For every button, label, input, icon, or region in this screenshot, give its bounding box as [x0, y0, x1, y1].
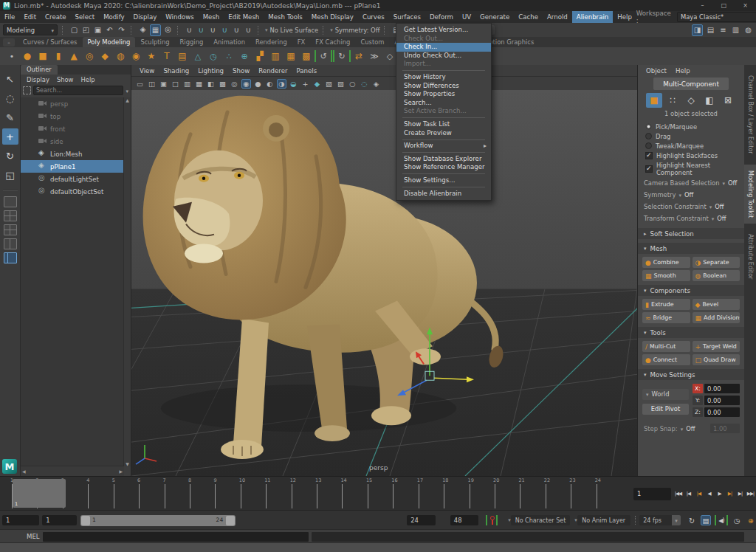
boolean-union-icon[interactable]: ⊕ — [237, 49, 252, 63]
outliner-vertical-scrollbar[interactable]: ▲ ▼ — [123, 97, 131, 466]
alienbrain-menu-item[interactable]: Check In... — [396, 43, 491, 52]
select-tool[interactable]: ↖ — [2, 71, 18, 87]
target-weld-button[interactable]: +Target Weld — [693, 341, 740, 352]
motion-blur-icon[interactable]: + — [300, 79, 310, 89]
sidebar-panel-icon[interactable]: ◨ — [692, 24, 703, 36]
step-back-key-button[interactable]: |◀ — [695, 489, 703, 499]
add-divisions-button[interactable]: ▦Add Divisions — [693, 312, 740, 323]
range-slider[interactable]: 1 24 — [80, 515, 236, 526]
chevron-down-icon[interactable]: ▾ — [265, 27, 268, 33]
rotate-tool[interactable]: ↻ — [2, 148, 18, 164]
isolate-select-icon[interactable]: ▨ — [336, 79, 346, 89]
tool-settings-toggle-icon[interactable]: ≡ — [718, 25, 728, 35]
super-shape-icon[interactable]: ★ — [144, 49, 159, 63]
svg-tool-icon[interactable]: ▤ — [175, 49, 190, 63]
multi-component-button[interactable]: Multi-Component — [653, 77, 729, 90]
smooth-grid-icon[interactable]: ▦ — [284, 49, 298, 63]
play-forwards-button[interactable]: ▶ — [715, 489, 724, 499]
snap-view-plane-icon[interactable]: ∪ — [232, 25, 241, 35]
side-tab[interactable]: Attribute Editor — [744, 228, 756, 286]
axis-value-field[interactable] — [704, 384, 740, 393]
bookmark-icon[interactable]: ◫ — [147, 79, 157, 89]
radio-option[interactable]: Tweak/Marquee — [638, 141, 744, 151]
outliner-item[interactable]: defaultObjectSet — [21, 185, 124, 198]
field-chart-icon[interactable]: ◧ — [206, 79, 216, 89]
loop-icon[interactable]: ↻ — [687, 515, 697, 525]
alienbrain-menu-item[interactable]: Set Active Branch... — [396, 107, 491, 116]
outliner-item[interactable]: side — [21, 135, 124, 148]
modeling-toolkit-toggle-icon[interactable]: ◍ — [743, 25, 753, 35]
new-scene-icon[interactable]: ▢ — [69, 25, 79, 35]
viewport-3d-view[interactable]: persp — [131, 90, 637, 476]
film-gate-icon[interactable]: □ — [171, 79, 180, 89]
four-pane-layout-button-2[interactable] — [4, 224, 17, 235]
alienbrain-menu-item[interactable]: Check Out... — [396, 35, 491, 44]
poly-plane-icon[interactable]: ◆ — [97, 49, 112, 63]
alienbrain-menu-item[interactable]: Show Reference Manager — [396, 163, 491, 172]
use-all-lights-icon[interactable]: ◐ — [265, 79, 275, 89]
menu-bar-item[interactable]: Deform — [425, 11, 458, 23]
flatten-icon[interactable]: ≫ — [367, 49, 382, 63]
command-line-mode-label[interactable]: MEL — [27, 533, 40, 540]
playback-end-field[interactable]: 24 — [407, 515, 436, 525]
timeline-tick[interactable]: 20 — [495, 477, 520, 508]
outliner-item[interactable]: front — [21, 123, 124, 135]
quad-draw-button[interactable]: □Quad Draw — [693, 354, 740, 365]
scroll-right-icon[interactable]: ▶ — [119, 469, 123, 474]
playback-start-field[interactable]: 1 — [42, 515, 77, 525]
timeline-tick[interactable]: 12 — [292, 477, 317, 508]
auto-key-icon[interactable]: ⊕ — [746, 515, 756, 525]
edit-pivot-button[interactable]: Edit Pivot — [642, 404, 689, 415]
outliner-persp-layout-button[interactable] — [4, 252, 17, 263]
redo-construction-icon[interactable]: ↻ — [333, 50, 351, 62]
fps-selector[interactable]: 24 fps — [639, 515, 681, 525]
alienbrain-menu-item[interactable]: Show Database Explorer — [396, 155, 491, 164]
components-section-header[interactable]: Components — [638, 285, 744, 296]
shaded-icon[interactable]: ◉ — [241, 79, 251, 89]
poly-cone-icon[interactable]: ▲ — [66, 49, 81, 63]
alienbrain-menu-item[interactable]: Show Task List — [396, 120, 491, 129]
outliner-search-input[interactable] — [33, 86, 123, 95]
poly-cube-icon[interactable]: ■ — [35, 49, 50, 63]
menu-bar-item[interactable]: Modify — [99, 11, 128, 23]
object-mode-icon[interactable]: ■ — [646, 93, 662, 108]
alienbrain-menu-item[interactable]: Disable Alienbrain — [396, 190, 491, 199]
timeline-tick[interactable]: 3 — [63, 477, 88, 508]
set-key-icon[interactable] — [486, 515, 498, 525]
move-tool[interactable]: + — [2, 128, 18, 145]
chevron-down-icon[interactable] — [681, 425, 684, 432]
toolkit-menu-item[interactable]: Object — [642, 67, 670, 75]
go-to-end-button[interactable]: ▶▶| — [746, 489, 755, 499]
clock-icon[interactable]: ◷ — [732, 515, 742, 525]
viewport-menu-item[interactable]: Show — [229, 67, 253, 75]
menu-bar-item[interactable]: Arnold — [543, 11, 572, 23]
time-slider[interactable]: 123456789101112131415161718192021222324 … — [0, 476, 756, 511]
menu-bar-item[interactable]: Windows — [161, 11, 198, 23]
outliner-menu-item[interactable]: Show — [54, 76, 77, 83]
timeline-tick[interactable]: 17 — [419, 477, 444, 508]
resolution-gate-icon[interactable]: ▥ — [182, 79, 192, 89]
duplicate-pair-icon[interactable]: ▥ — [268, 49, 283, 63]
mirror-geometry-icon[interactable]: ⇄ — [351, 49, 366, 63]
animation-start-field[interactable]: 1 — [2, 515, 39, 525]
soft-selection-header[interactable]: Soft Selection — [638, 228, 744, 239]
current-frame-marker[interactable]: 1 — [13, 479, 66, 508]
combine-button[interactable]: ●Combine — [642, 257, 690, 268]
multi-cut-button[interactable]: /Multi-Cut — [642, 341, 690, 352]
menu-bar-item[interactable]: File — [0, 11, 19, 23]
scroll-up-icon[interactable]: ▲ — [126, 97, 129, 103]
chevron-down-icon[interactable]: ▾ — [330, 27, 333, 33]
toolkit-dropdown-row[interactable]: Symmetry Off — [638, 189, 744, 201]
step-forward-frame-button[interactable]: ▶| — [736, 489, 744, 499]
clipboard-icon[interactable]: ▤ — [701, 515, 711, 525]
poly-sphere-icon[interactable]: ● — [20, 49, 35, 63]
textured-icon[interactable]: ● — [253, 79, 263, 89]
alienbrain-menu-item[interactable]: Show Settings... — [396, 176, 491, 185]
extrude-button[interactable]: ▮Extrude — [642, 299, 690, 310]
alienbrain-menu-item[interactable] — [402, 187, 485, 187]
animation-end-field[interactable]: 48 — [450, 515, 479, 525]
menu-bar-item[interactable]: Surfaces — [389, 11, 425, 23]
outliner-menu-item[interactable]: Help — [78, 76, 97, 83]
outliner-item[interactable]: persp — [21, 97, 124, 110]
shelf-tab[interactable]: Curves / Surfaces — [18, 37, 83, 47]
